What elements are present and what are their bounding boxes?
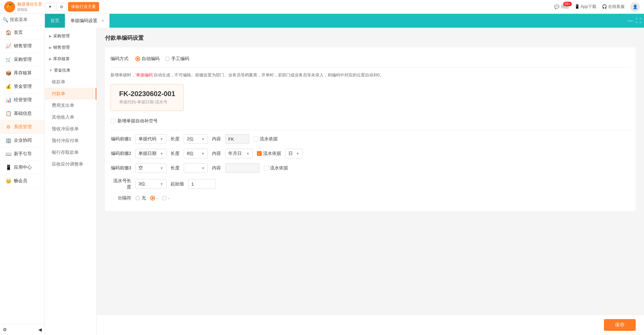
length2-arrow: ▼ (201, 152, 205, 156)
separator-dot2-radio (162, 196, 167, 201)
prefix3-value: 空 (138, 165, 143, 171)
submenu-label-inventory: 库存核算 (53, 56, 70, 62)
serial2-checkbox[interactable]: ✓ 流水依据 (257, 150, 281, 157)
separator-dot2[interactable]: · (162, 196, 170, 201)
new-order-label: 新增单据自动补空号 (117, 118, 158, 124)
sidebar: 🔍 搜索菜单 🏠 首页 📈 销售管理 🛒 采购管理 📦 库存核算 💰 资金管理 … (0, 14, 45, 335)
serial1-box[interactable] (253, 137, 258, 141)
save-button[interactable]: 保存 (604, 319, 636, 331)
sub-layout: ▶ 采购管理 ▶ 销售管理 ▶ 库存核算 (45, 28, 644, 335)
main-layout: 🔍 搜索菜单 🏠 首页 📈 销售管理 🛒 采购管理 📦 库存核算 💰 资金管理 … (0, 14, 644, 335)
content2-select[interactable]: 年月日 ▼ (225, 149, 253, 158)
info-text: 新增单据时，'单据编码'自动生成，不可编辑。前缀设置为部门、业务员等档案类，开单… (110, 72, 630, 78)
submenu-header-capital[interactable]: ▼ 资金往来 (45, 65, 96, 76)
serial1-checkbox[interactable]: 流水依据 (253, 136, 278, 142)
tab-close-icon[interactable]: × (102, 18, 104, 23)
member-icon: 👑 (6, 178, 11, 184)
submenu-item-expense[interactable]: 费用支出单 (45, 100, 96, 111)
submenu-item-pre-payable[interactable]: 预付冲应付单 (45, 135, 96, 147)
prefix3-label: 编码前缀3 (110, 165, 131, 171)
apps-icon: 📱 (6, 165, 11, 170)
serial2-label: 流水依据 (263, 150, 281, 157)
submenu-header-purchase[interactable]: ▶ 采购管理 (45, 30, 96, 42)
sidebar-item-inventory[interactable]: 📦 库存核算 (0, 66, 45, 80)
top-bar-right: 💬 消息 99+ 📱 App下载 🎧 在线客服 👤 (554, 2, 640, 12)
sidebar-label-finance: 资金管理 (14, 83, 32, 90)
submenu-item-other-income[interactable]: 其他收入单 (45, 111, 96, 123)
sidebar-item-enterprise[interactable]: 🏢 企业协同 (0, 134, 45, 147)
submenu-item-payment[interactable]: 付款单 (45, 88, 96, 100)
settings-btn[interactable]: ⚙ (57, 3, 67, 11)
sidebar-label-system: 系统管理 (14, 124, 32, 130)
day-select[interactable]: 日 ▼ (285, 149, 302, 158)
tab-active[interactable]: 单据编码设置 × (65, 14, 109, 28)
submenu-header-inventory[interactable]: ▶ 库存核算 (45, 53, 96, 65)
sidebar-item-home[interactable]: 🏠 首页 (0, 26, 45, 39)
length2-select[interactable]: 8位 ▼ (184, 149, 208, 158)
new-order-checkbox-row[interactable]: 新增单据自动补空号 (110, 118, 630, 124)
submenu-group-capital: ▼ 资金往来 收款单 付款单 费用支出单 其他收入单 预收冲应收单 预付冲应付单… (45, 65, 96, 170)
prefix1-select[interactable]: 单据代码 ▼ (135, 134, 166, 144)
length3-select[interactable]: ▼ (184, 163, 208, 173)
sidebar-settings-icon[interactable]: ⚙ (3, 327, 7, 332)
serial2-box[interactable]: ✓ (257, 151, 262, 156)
prefix1-label: 编码前缀1 (110, 136, 131, 142)
submenu-group-sales: ▶ 销售管理 (45, 42, 96, 53)
manual-code-radio[interactable]: 手工编码 (165, 56, 189, 62)
length3-arrow: ▼ (201, 166, 205, 170)
sidebar-item-purchase[interactable]: 🛒 采购管理 (0, 53, 45, 66)
submenu-item-bank[interactable]: 银行存取款单 (45, 147, 96, 158)
minimize-btn[interactable]: — (627, 18, 633, 24)
serial3-box[interactable] (264, 166, 269, 170)
sidebar-item-apps[interactable]: 📱 应用中心 (0, 161, 45, 174)
prefix2-select[interactable]: 单据日期 ▼ (135, 149, 166, 158)
sidebar-item-member[interactable]: 👑 畅会员 (0, 174, 45, 188)
sidebar-item-guide[interactable]: 📖 新手引导 (0, 147, 45, 161)
home-icon: 🏠 (6, 30, 11, 35)
serial3-checkbox[interactable]: 流水依据 (264, 165, 288, 171)
sidebar-collapse-icon[interactable]: ◀ (38, 327, 42, 332)
submenu-header-sales[interactable]: ▶ 销售管理 (45, 42, 96, 53)
trial-btn[interactable]: 体验行业方案 (68, 2, 99, 11)
serial-length-select[interactable]: 3位 ▼ (135, 179, 166, 189)
coding-method-label: 编码方式 (110, 56, 128, 62)
sidebar-item-sales[interactable]: 📈 销售管理 (0, 39, 45, 53)
inventory-icon: 📦 (6, 70, 11, 76)
sidebar-search[interactable]: 🔍 搜索菜单 (0, 14, 45, 26)
prefix3-select[interactable]: 空 ▼ (135, 163, 166, 173)
separator-dot[interactable]: · (150, 196, 158, 201)
online-service-btn[interactable]: 🎧 在线客服 (602, 4, 625, 10)
sidebar-item-basic-info[interactable]: 📋 基础信息 (0, 107, 45, 120)
fullscreen-btn[interactable]: ⛶ (636, 18, 641, 24)
submenu-item-receipt[interactable]: 收款单 (45, 76, 96, 88)
prefix-row-1: 编码前缀1 单据代码 ▼ 长度 2位 ▼ 内容 FK (110, 134, 630, 144)
sidebar-label-purchase: 采购管理 (14, 56, 32, 63)
submenu-item-pre-receivable[interactable]: 预收冲应收单 (45, 123, 96, 135)
dropdown-btn[interactable]: ▼ (45, 3, 55, 11)
sidebar-label-enterprise: 企业协同 (14, 137, 32, 143)
start-value-input[interactable]: 1 (188, 179, 216, 189)
new-order-checkbox[interactable] (110, 119, 115, 123)
content1-input: FK (225, 134, 249, 144)
tab-home[interactable]: 首页 (45, 14, 65, 28)
separator-none[interactable]: 无 (135, 195, 146, 201)
auto-code-radio[interactable]: 自动编码 (135, 56, 160, 62)
submenu-group-purchase: ▶ 采购管理 (45, 30, 96, 42)
app-download-btn[interactable]: 📱 App下载 (575, 4, 596, 10)
tab-bar-actions: — ⛶ (627, 18, 644, 24)
content2-label: 内容 (212, 150, 221, 157)
sidebar-item-system[interactable]: ⚙ 系统管理 (0, 120, 45, 134)
messages-btn[interactable]: 💬 消息 99+ (554, 4, 569, 10)
submenu-group-inventory: ▶ 库存核算 (45, 53, 96, 65)
sidebar-item-finance[interactable]: 💰 资金管理 (0, 80, 45, 93)
user-avatar[interactable]: 👤 (630, 2, 640, 12)
brand-name: 畅捷通好生意 (17, 2, 42, 7)
content2-arrow: ▼ (246, 152, 250, 156)
sidebar-label-guide: 新手引导 (14, 151, 32, 157)
length1-value: 2位 (187, 136, 194, 142)
sidebar-item-operations[interactable]: 📊 经营管理 (0, 93, 45, 107)
content-wrapper: 首页 单据编码设置 × — ⛶ ▶ 采购管理 (45, 14, 644, 335)
enterprise-icon: 🏢 (6, 138, 11, 143)
length1-select[interactable]: 2位 ▼ (184, 134, 208, 144)
submenu-item-adjustment[interactable]: 应收应付调整单 (45, 158, 96, 170)
